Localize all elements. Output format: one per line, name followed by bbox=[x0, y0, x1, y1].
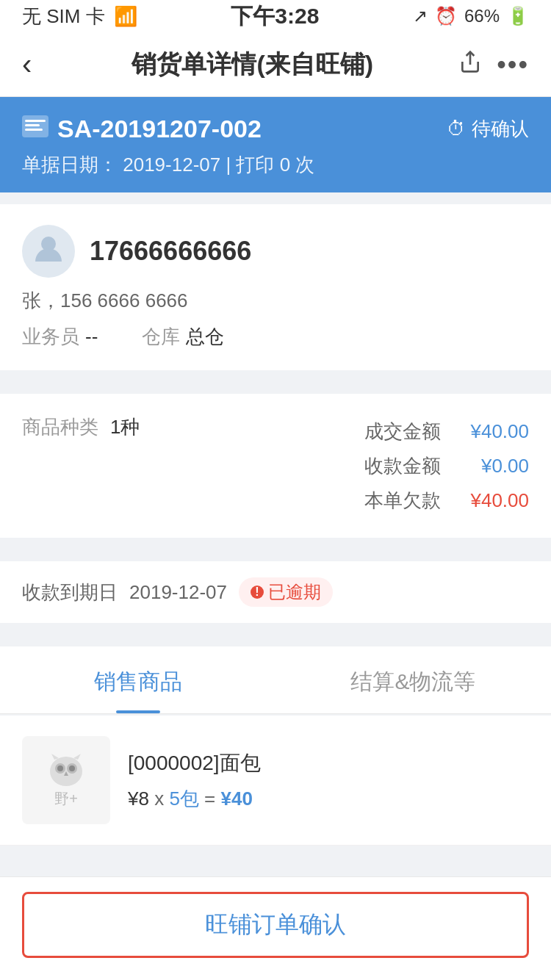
product-formula: ¥8 x 5包 = ¥40 bbox=[128, 786, 529, 812]
svg-point-9 bbox=[57, 765, 63, 771]
status-bar-left: 无 SIM 卡 📶 bbox=[22, 4, 137, 29]
amount-row-2: 本单欠款 ¥40.00 bbox=[364, 483, 529, 518]
salesperson-item: 业务员 -- bbox=[22, 324, 98, 350]
overdue-text: 已逾期 bbox=[268, 580, 321, 604]
overdue-badge: ! 已逾期 bbox=[239, 577, 333, 607]
page-title: 销货单详情(来自旺铺) bbox=[46, 48, 458, 82]
share-icon[interactable] bbox=[458, 50, 482, 79]
more-icon[interactable]: ••• bbox=[497, 49, 529, 80]
customer-top: 17666666666 bbox=[22, 225, 529, 278]
warehouse-label: 仓库 bbox=[142, 324, 180, 350]
customer-meta: 业务员 -- 仓库 总仓 bbox=[22, 324, 529, 350]
svg-rect-2 bbox=[25, 120, 46, 122]
order-date: 单据日期： 2019-12-07 | 打印 0 次 bbox=[22, 152, 529, 178]
status-bar: 无 SIM 卡 📶 下午3:28 ↗ ⏰ 66% 🔋 bbox=[0, 0, 551, 32]
svg-marker-12 bbox=[51, 754, 59, 760]
confirm-order-button[interactable]: 旺铺订单确认 bbox=[22, 892, 529, 958]
divider-2 bbox=[0, 538, 551, 550]
product-price: ¥8 bbox=[128, 788, 149, 810]
amount-label-2: 本单欠款 bbox=[364, 483, 441, 518]
overdue-icon: ! bbox=[251, 586, 264, 599]
salesperson-value: -- bbox=[85, 325, 98, 348]
amount-label-0: 成交金额 bbox=[364, 414, 441, 449]
product-name: [0000002]面包 bbox=[128, 749, 529, 777]
status-bar-right: ↗ ⏰ 66% 🔋 bbox=[413, 6, 529, 26]
product-types-label: 商品种类 bbox=[22, 414, 98, 440]
product-total: ¥40 bbox=[221, 788, 253, 810]
customer-phone: 17666666666 bbox=[90, 236, 251, 267]
svg-rect-3 bbox=[25, 124, 40, 126]
product-info: [0000002]面包 ¥8 x 5包 = ¥40 bbox=[128, 749, 529, 812]
back-button[interactable]: ‹ bbox=[22, 48, 46, 81]
tab-settlement[interactable]: 结算&物流等 bbox=[276, 646, 551, 713]
alarm-icon: ⏰ bbox=[435, 6, 457, 26]
order-status-text: 待确认 bbox=[472, 116, 529, 142]
divider-1 bbox=[0, 370, 551, 382]
order-id: SA-20191207-002 bbox=[22, 115, 262, 143]
svg-marker-13 bbox=[73, 754, 81, 760]
customer-name: 张，156 6666 6666 bbox=[22, 288, 529, 314]
due-date-value: 2019-12-07 bbox=[129, 581, 227, 604]
nav-bar: ‹ 销货单详情(来自旺铺) ••• bbox=[0, 32, 551, 97]
confirm-button-label: 旺铺订单确认 bbox=[205, 909, 346, 941]
due-date-row: 收款到期日 2019-12-07 ! 已逾期 bbox=[0, 561, 551, 623]
divider-3 bbox=[0, 623, 551, 635]
amount-label-1: 收款金额 bbox=[364, 449, 441, 483]
amount-value-2: ¥40.00 bbox=[455, 483, 529, 518]
nav-actions: ••• bbox=[458, 49, 529, 80]
svg-rect-4 bbox=[25, 129, 43, 131]
salesperson-label: 业务员 bbox=[22, 324, 79, 350]
warehouse-value: 总仓 bbox=[186, 324, 224, 350]
bottom-bar: 旺铺订单确认 bbox=[0, 876, 551, 980]
amounts-section: 成交金额 ¥40.00 收款金额 ¥0.00 本单欠款 ¥40.00 bbox=[364, 414, 529, 517]
amount-row-1: 收款金额 ¥0.00 bbox=[364, 449, 529, 483]
amount-row-0: 成交金额 ¥40.00 bbox=[364, 414, 529, 449]
order-id-text: SA-20191207-002 bbox=[57, 115, 262, 143]
summary-card: 商品种类 1种 成交金额 ¥40.00 收款金额 ¥0.00 本单欠款 ¥40.… bbox=[0, 394, 551, 538]
product-types-value: 1种 bbox=[110, 414, 140, 440]
battery-icon: 🔋 bbox=[507, 6, 529, 26]
product-image: 野+ bbox=[22, 736, 110, 824]
order-status: ⏱ 待确认 bbox=[447, 116, 529, 142]
svg-point-10 bbox=[69, 765, 75, 771]
tab-sales-products[interactable]: 销售商品 bbox=[0, 646, 276, 713]
wifi-icon: 📶 bbox=[114, 5, 137, 28]
brand-text: 野+ bbox=[54, 789, 78, 809]
user-icon bbox=[32, 232, 65, 271]
tabs: 销售商品 结算&物流等 bbox=[0, 646, 551, 714]
warehouse-item: 仓库 总仓 bbox=[142, 324, 224, 350]
clock-icon: ⏱ bbox=[447, 118, 466, 140]
amount-value-1: ¥0.00 bbox=[455, 449, 529, 483]
product-types: 商品种类 1种 bbox=[22, 414, 140, 440]
product-item-0: 野+ [0000002]面包 ¥8 x 5包 = ¥40 bbox=[0, 716, 551, 846]
carrier-text: 无 SIM 卡 bbox=[22, 4, 105, 29]
status-time: 下午3:28 bbox=[231, 1, 319, 32]
due-date-label: 收款到期日 bbox=[22, 580, 118, 605]
avatar bbox=[22, 225, 75, 278]
product-qty: 5包 bbox=[169, 788, 198, 810]
product-list: 野+ [0000002]面包 ¥8 x 5包 = ¥40 bbox=[0, 716, 551, 846]
order-header: SA-20191207-002 ⏱ 待确认 单据日期： 2019-12-07 |… bbox=[0, 97, 551, 192]
location-icon: ↗ bbox=[413, 6, 428, 26]
battery-text: 66% bbox=[464, 6, 500, 26]
product-image-placeholder: 野+ bbox=[44, 752, 88, 809]
order-icon bbox=[22, 115, 48, 143]
amount-value-0: ¥40.00 bbox=[455, 414, 529, 449]
customer-card: 17666666666 张，156 6666 6666 业务员 -- 仓库 总仓 bbox=[0, 204, 551, 370]
